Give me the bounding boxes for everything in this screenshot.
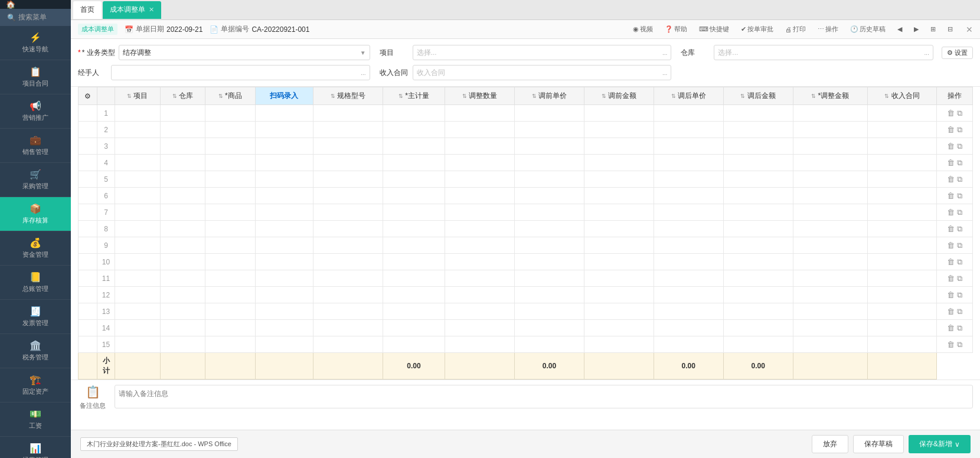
cell-income-contract[interactable] (867, 171, 937, 188)
cell-unit[interactable] (383, 204, 445, 221)
cell-pre-unit-price[interactable] (514, 254, 584, 270)
cell-pre-amount[interactable] (584, 237, 654, 254)
cell-post-unit-price[interactable] (654, 155, 723, 171)
col-header-product[interactable]: ⇅ *商品 (205, 87, 256, 105)
cell-pre-unit-price[interactable] (514, 138, 584, 155)
cell-post-amount[interactable] (723, 237, 793, 254)
cell-income-contract[interactable] (867, 105, 937, 122)
cell-warehouse[interactable] (160, 270, 205, 287)
cell-post-amount[interactable] (723, 270, 793, 287)
cell-adj-amount[interactable] (793, 138, 867, 155)
col-header-settings[interactable]: ⚙ (79, 87, 97, 105)
discard-button[interactable]: 放弃 (812, 435, 848, 453)
cell-post-unit-price[interactable] (654, 287, 723, 303)
cell-product[interactable] (205, 270, 256, 287)
cell-adj-amount[interactable] (793, 287, 867, 303)
cell-product[interactable] (205, 155, 256, 171)
delete-row-icon[interactable]: 🗑 (947, 323, 955, 333)
help-btn[interactable]: ❓ 帮助 (661, 24, 691, 35)
tab-home[interactable]: 首页 (73, 1, 102, 19)
cell-income-contract[interactable] (867, 188, 937, 204)
cell-project[interactable] (115, 237, 161, 254)
cell-adj-qty[interactable] (445, 155, 515, 171)
taskbar-wps-item[interactable]: 木门行业好业财处理方案-墨红红.doc - WPS Office (80, 437, 238, 451)
review-btn[interactable]: ✔ 按单审批 (737, 24, 777, 35)
copy-row-icon[interactable]: ⧉ (957, 241, 962, 250)
tab-cost-adjust[interactable]: 成本调整单 ✕ (103, 1, 161, 19)
col-header-warehouse[interactable]: ⇅ 仓库 (160, 87, 205, 105)
cell-spec[interactable] (313, 254, 383, 270)
cell-adj-qty[interactable] (445, 171, 515, 188)
cell-unit[interactable] (383, 188, 445, 204)
cell-income-contract[interactable] (867, 270, 937, 287)
cell-product[interactable] (205, 320, 256, 336)
cell-income-contract[interactable] (867, 287, 937, 303)
cell-project[interactable] (115, 105, 161, 122)
cell-adj-qty[interactable] (445, 138, 515, 155)
sidebar-item-salary[interactable]: 💵 工资 (0, 403, 71, 437)
cell-post-amount[interactable] (723, 155, 793, 171)
cell-spec[interactable] (313, 138, 383, 155)
cell-pre-unit-price[interactable] (514, 155, 584, 171)
warehouse-input[interactable]: 选择... ... (714, 45, 933, 60)
cell-post-amount[interactable] (723, 105, 793, 122)
cell-pre-amount[interactable] (584, 270, 654, 287)
history-btn[interactable]: 🕐 历史草稿 (847, 24, 889, 35)
notes-input[interactable] (115, 385, 973, 408)
col-header-adj-qty[interactable]: ⇅ 调整数量 (445, 87, 515, 105)
delete-row-icon[interactable]: 🗑 (947, 175, 955, 184)
print-btn[interactable]: 🖨 打印 (782, 24, 809, 35)
col-header-post-amount[interactable]: ⇅ 调后金额 (723, 87, 793, 105)
cell-product[interactable] (205, 122, 256, 138)
handler-dots[interactable]: ... (361, 70, 365, 76)
cell-adj-qty[interactable] (445, 254, 515, 270)
cell-spec[interactable] (313, 303, 383, 320)
cell-income-contract[interactable] (867, 221, 937, 237)
cell-spec[interactable] (313, 188, 383, 204)
project-dots[interactable]: ... (662, 50, 667, 56)
col-header-pre-amount[interactable]: ⇅ 调前金额 (584, 87, 654, 105)
view-btn[interactable]: ◉ 视频 (629, 24, 656, 35)
cell-adj-amount[interactable] (793, 188, 867, 204)
cell-pre-amount[interactable] (584, 204, 654, 221)
cell-post-amount[interactable] (723, 287, 793, 303)
copy-row-icon[interactable]: ⧉ (957, 175, 962, 184)
cell-project[interactable] (115, 320, 161, 336)
cell-scan[interactable] (255, 122, 313, 138)
cell-unit[interactable] (383, 155, 445, 171)
cell-unit[interactable] (383, 254, 445, 270)
sidebar-item-fixed-assets[interactable]: 🏗️ 固定资产 (0, 368, 71, 403)
cell-scan[interactable] (255, 237, 313, 254)
cell-warehouse[interactable] (160, 287, 205, 303)
copy-row-icon[interactable]: ⧉ (957, 158, 962, 168)
cell-warehouse[interactable] (160, 204, 205, 221)
cell-post-amount[interactable] (723, 221, 793, 237)
cell-adj-amount[interactable] (793, 122, 867, 138)
cell-adj-qty[interactable] (445, 122, 515, 138)
copy-row-icon[interactable]: ⧉ (957, 125, 962, 135)
cell-product[interactable] (205, 336, 256, 353)
cell-income-contract[interactable] (867, 237, 937, 254)
sidebar-item-sales[interactable]: 💼 销售管理 (0, 129, 71, 163)
cell-post-unit-price[interactable] (654, 204, 723, 221)
cell-adj-qty[interactable] (445, 287, 515, 303)
cell-post-unit-price[interactable] (654, 188, 723, 204)
cell-pre-amount[interactable] (584, 303, 654, 320)
cell-warehouse[interactable] (160, 320, 205, 336)
cell-adj-amount[interactable] (793, 237, 867, 254)
cell-post-unit-price[interactable] (654, 171, 723, 188)
cell-scan[interactable] (255, 204, 313, 221)
col-header-project[interactable]: ⇅ 项目 (115, 87, 161, 105)
delete-row-icon[interactable]: 🗑 (947, 274, 955, 283)
cell-scan[interactable] (255, 336, 313, 353)
cell-spec[interactable] (313, 237, 383, 254)
cell-post-unit-price[interactable] (654, 138, 723, 155)
cell-scan[interactable] (255, 188, 313, 204)
grid-view-btn[interactable]: ⊞ (927, 24, 939, 34)
tab-close-icon[interactable]: ✕ (149, 6, 154, 14)
cell-warehouse[interactable] (160, 221, 205, 237)
sidebar-item-project[interactable]: 📋 项目合同 (0, 60, 71, 94)
handler-input[interactable]: ... (111, 65, 370, 80)
income-contract-dots[interactable]: ... (662, 70, 667, 76)
delete-row-icon[interactable]: 🗑 (947, 125, 955, 135)
